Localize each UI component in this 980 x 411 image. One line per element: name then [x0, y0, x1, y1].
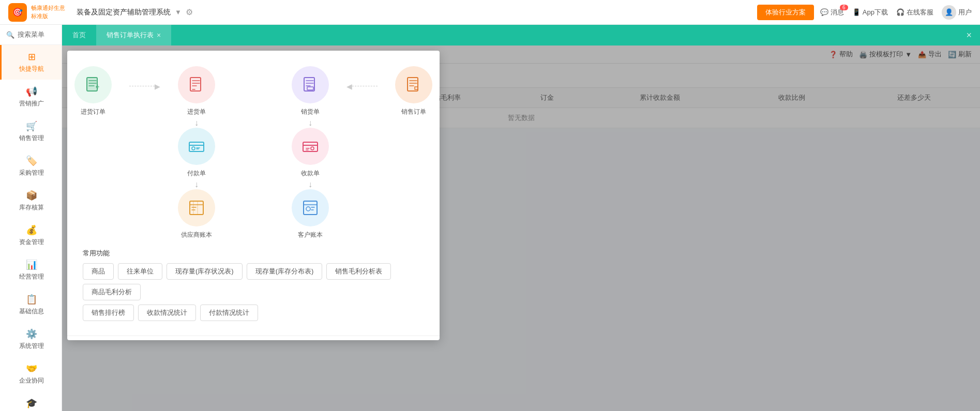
flow-node-payment-bill[interactable]: 付款单	[160, 128, 233, 178]
func-buttons-row1: 商品 往来单位 现存量(库存状况表) 现存量(库存分布表) 销售毛利分析表 商品…	[83, 263, 424, 300]
guide-icon: 🎓	[26, 398, 37, 409]
sidebar: 🔍 搜索菜单 ⊞ 快捷导航 📢 营销推广 🛒 销售管理 🏷️ 采购管理 📦	[0, 25, 62, 411]
search-icon: 🔍	[6, 31, 14, 39]
func-btn-sales-profit[interactable]: 销售毛利分析表	[326, 263, 391, 280]
svg-rect-3	[304, 78, 314, 91]
user-avatar: 👤	[942, 5, 956, 20]
func-btn-contacts[interactable]: 往来单位	[118, 263, 162, 280]
sidebar-item-system[interactable]: ⚙️ 系统管理	[0, 322, 62, 357]
sidebar-search[interactable]: 🔍 搜索菜单	[0, 25, 62, 45]
flow-node-customer-account[interactable]: 客户账本	[274, 189, 346, 239]
sidebar-item-guide[interactable]: 🎓 新手引导	[0, 391, 62, 411]
func-btn-product[interactable]: 商品	[83, 263, 114, 280]
system-title: 装备及固定资产辅助管理系统	[77, 8, 171, 17]
tab-bar-close-icon[interactable]: ×	[958, 30, 980, 41]
flow-node-sales-order[interactable]: 销售订单	[378, 66, 440, 116]
modal-overlay: 进货订单 ▶	[62, 45, 980, 411]
inventory-icon: 📦	[26, 190, 37, 201]
svg-rect-4	[307, 87, 313, 90]
basic-icon: 📋	[26, 294, 37, 305]
system-icon: ⚙️	[26, 328, 37, 340]
flow-node-purchase-bill[interactable]: 进货单	[160, 66, 233, 116]
func-btn-stock-status[interactable]: 现存量(库存状况表)	[167, 263, 243, 280]
supplier-account-circle	[178, 189, 215, 226]
logo-text: 畅康通好生意 标准版	[31, 4, 65, 20]
title-settings-icon[interactable]: ⚙	[186, 7, 193, 17]
main-layout: 🔍 搜索菜单 ⊞ 快捷导航 📢 营销推广 🛒 销售管理 🏷️ 采购管理 📦	[0, 25, 980, 411]
sidebar-item-basic[interactable]: 📋 基础信息	[0, 287, 62, 322]
customer-service-button[interactable]: 🎧 在线客服	[896, 8, 933, 17]
payment-bill-circle	[178, 128, 215, 165]
purchase-bill-circle	[178, 66, 215, 103]
app-download-button[interactable]: 📱 App下载	[852, 8, 888, 17]
common-functions: 常用功能 商品 往来单位 现存量(库存状况表) 现存量(库存分布表) 销售毛利分…	[83, 249, 424, 321]
modal-content: 进货订单 ▶	[67, 51, 440, 336]
common-functions-title: 常用功能	[83, 249, 424, 258]
func-btn-stock-dist[interactable]: 现存量(库存分布表)	[247, 263, 323, 280]
modal-scrollbar: ◀ ▶	[67, 336, 440, 340]
func-btn-payment-stats[interactable]: 付款情况统计	[200, 305, 258, 321]
headset-icon: 🎧	[896, 8, 904, 16]
user-menu[interactable]: 👤 用户	[942, 5, 972, 20]
sidebar-item-inventory[interactable]: 📦 库存核算	[0, 184, 62, 218]
func-btn-sales-rank[interactable]: 销售排行榜	[83, 305, 134, 321]
sales-icon: 🛒	[26, 120, 37, 132]
system-title-area: 装备及固定资产辅助管理系统 ▼ ⚙	[77, 7, 751, 17]
purchase-order-circle	[74, 66, 112, 103]
sidebar-item-marketing[interactable]: 📢 营销推广	[0, 80, 62, 114]
top-bar: 🎯 畅康通好生意 标准版 装备及固定资产辅助管理系统 ▼ ⚙ 体验行业方案 💬 …	[0, 0, 980, 25]
flow-node-purchase-order[interactable]: 进货订单	[67, 66, 129, 116]
trial-button[interactable]: 体验行业方案	[757, 5, 814, 20]
content-area: 首页 销售订单执行表 × × ❓ 帮助 🖨️	[62, 25, 980, 411]
svg-point-9	[311, 147, 314, 150]
operation-icon: 📊	[26, 259, 37, 270]
quick-nav-icon: ⊞	[28, 51, 36, 63]
svg-rect-0	[87, 78, 97, 91]
svg-point-7	[192, 147, 195, 150]
sidebar-item-purchase[interactable]: 🏷️ 采购管理	[0, 149, 62, 184]
tab-bar: 首页 销售订单执行表 × ×	[62, 25, 980, 45]
message-icon: 💬	[820, 8, 828, 16]
svg-rect-8	[303, 142, 318, 151]
logo-icon: 🎯	[8, 3, 27, 22]
message-badge: 6	[840, 5, 848, 10]
sales-bill-circle	[292, 66, 329, 103]
tab-close-icon[interactable]: ×	[157, 32, 161, 39]
sidebar-item-operation[interactable]: 📊 经营管理	[0, 253, 62, 287]
marketing-icon: 📢	[26, 86, 37, 97]
purchase-icon: 🏷️	[26, 155, 37, 166]
func-buttons-row2: 销售排行榜 收款情况统计 付款情况统计	[83, 305, 424, 321]
enterprise-icon: 🤝	[26, 363, 37, 374]
svg-rect-2	[190, 78, 201, 91]
svg-rect-10	[190, 201, 203, 215]
flow-node-sales-bill[interactable]: 销货单	[274, 66, 346, 116]
sidebar-item-sales[interactable]: 🛒 销售管理	[0, 114, 62, 149]
title-dropdown-icon[interactable]: ▼	[175, 8, 182, 16]
app-logo: 🎯 畅康通好生意 标准版	[8, 3, 70, 22]
sidebar-item-quick-nav[interactable]: ⊞ 快捷导航	[0, 45, 62, 80]
top-bar-right: 💬 消息 6 📱 App下载 🎧 在线客服 👤 用户	[820, 5, 972, 20]
receipt-bill-circle	[292, 128, 329, 165]
svg-rect-5	[408, 78, 418, 91]
finance-icon: 💰	[26, 224, 37, 236]
app-download-icon: 📱	[852, 8, 861, 16]
flow-node-supplier-account[interactable]: 供应商账本	[160, 189, 233, 239]
func-btn-product-profit[interactable]: 商品毛利分析	[83, 284, 141, 300]
svg-rect-6	[189, 142, 204, 151]
message-button[interactable]: 💬 消息 6	[820, 8, 844, 17]
page-content: ❓ 帮助 🖨️ 按模板打印 ▼ 📤 导出 🔄 刷新	[62, 45, 980, 411]
sidebar-item-enterprise[interactable]: 🤝 企业协同	[0, 357, 62, 391]
customer-account-circle	[292, 189, 329, 226]
flow-node-receipt-bill[interactable]: 收款单	[274, 128, 346, 178]
sales-order-circle	[395, 66, 432, 103]
func-btn-receipt-stats[interactable]: 收款情况统计	[138, 305, 196, 321]
tab-home[interactable]: 首页	[62, 25, 96, 45]
svg-point-12	[306, 207, 310, 211]
tab-sales-order[interactable]: 销售订单执行表 ×	[96, 25, 171, 45]
modal: 进货订单 ▶	[67, 51, 440, 340]
sidebar-item-finance[interactable]: 💰 资金管理	[0, 218, 62, 253]
